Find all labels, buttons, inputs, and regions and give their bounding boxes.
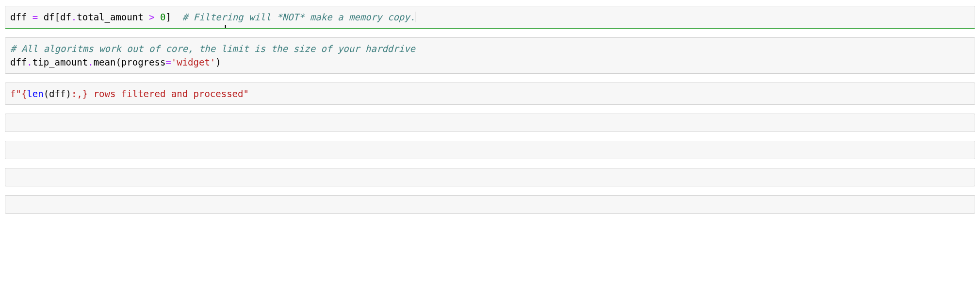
code-token: ] (165, 12, 182, 22)
code-token: total_amount (77, 12, 149, 22)
code-token: 'widget' (171, 57, 216, 67)
code-cell[interactable] (5, 114, 975, 132)
code-cell[interactable]: f"{len(dff):,} rows filtered and process… (5, 83, 975, 105)
notebook-cells: dff = df[df.total_amount > 0] # Filterin… (5, 6, 975, 214)
code-cell[interactable] (5, 195, 975, 214)
code-cell[interactable]: # All algoritms work out of core, the li… (5, 37, 975, 74)
code-token: (dff) (44, 88, 71, 99)
code-token: { (21, 88, 27, 99)
code-token: dff (10, 57, 27, 67)
code-token: . (88, 57, 93, 67)
code-token (154, 12, 160, 22)
code-cell[interactable]: dff = df[df.total_amount > 0] # Filterin… (5, 6, 975, 29)
code-token: tip_amount (33, 57, 88, 67)
code-cell[interactable] (5, 168, 975, 186)
code-token: > (149, 12, 154, 22)
code-token: :,} (71, 88, 88, 99)
code-token: df[df (38, 12, 71, 22)
code-token: 0 (160, 12, 165, 22)
text-cursor (415, 12, 415, 22)
code-token: . (71, 12, 77, 22)
code-token: # Filtering will *NOT* make a memory cop… (182, 12, 415, 22)
code-token: = (165, 57, 171, 67)
code-token: = (33, 12, 38, 22)
code-cell[interactable] (5, 141, 975, 159)
code-token: mean(progress (94, 57, 166, 67)
code-token: . (27, 57, 32, 67)
code-token: len (27, 88, 43, 99)
code-token: rows filtered and processed (88, 88, 243, 99)
code-token: f" (10, 88, 21, 99)
code-token: dff (10, 12, 33, 22)
code-token: # All algoritms work out of core, the li… (10, 43, 415, 54)
code-token: ) (215, 57, 221, 67)
code-token: " (244, 88, 249, 99)
